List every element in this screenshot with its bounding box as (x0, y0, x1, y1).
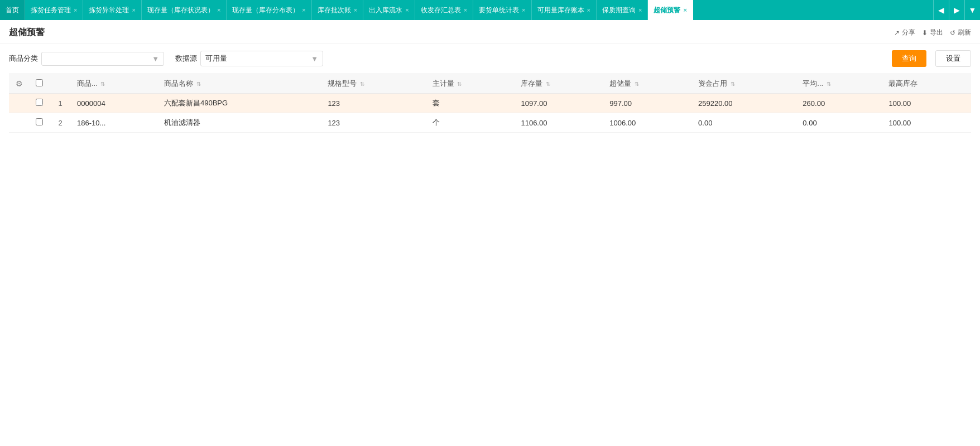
close-icon-receive-summary[interactable]: × (464, 7, 467, 13)
category-filter: 商品分类 ▼ (9, 52, 164, 66)
row-product-name-1: 机油滤清器 (158, 113, 322, 133)
share-icon: ↗ (894, 29, 900, 37)
row-gear-0 (9, 94, 29, 113)
row-capital-0: 259220.00 (693, 94, 797, 113)
nav-label-available-ledger: 可用量库存账本 (537, 6, 584, 15)
nav-item-order-stats[interactable]: 要货单统计表 × (473, 0, 531, 20)
refresh-label: 刷新 (958, 28, 971, 37)
col-checkbox-header (29, 74, 49, 94)
nav-item-inventory-dist[interactable]: 现存量（库存分布表） × (227, 0, 311, 20)
sort-icon-capital: ⇅ (731, 81, 735, 87)
nav-item-abnormal[interactable]: 拣货异常处理 × (83, 0, 141, 20)
nav-item-available-ledger[interactable]: 可用量库存账本 × (532, 0, 597, 20)
table-header-row: ⚙ 商品... ⇅ 商品名称 ⇅ 规格型号 (9, 74, 971, 94)
nav-menu-arrow[interactable]: ▼ (964, 0, 980, 20)
query-button[interactable]: 查询 (892, 50, 926, 67)
row-max-stock-1: 100.00 (883, 113, 971, 133)
datasource-select[interactable]: 可用量 ▼ (200, 51, 323, 66)
sort-icon-unit: ⇅ (457, 81, 462, 87)
export-label: 导出 (930, 28, 943, 37)
close-icon-inventory-status[interactable]: × (217, 7, 220, 13)
table-row: 1 0000004 六配套新昌490BPG 123 套 1097.00 997.… (9, 94, 971, 113)
nav-label-inventory-status: 现存量（库存状况表） (147, 6, 214, 15)
close-icon-order-stats[interactable]: × (522, 7, 525, 13)
filter-area: 商品分类 ▼ 数据源 可用量 ▼ 查询 设置 (0, 43, 980, 74)
row-num-0: 1 (49, 94, 71, 113)
row-inventory-1: 1106.00 (515, 113, 604, 133)
nav-left-arrow[interactable]: ◀ (933, 0, 949, 20)
select-all-checkbox[interactable] (36, 79, 43, 86)
nav-item-overstock-warning[interactable]: 超储预警 × (648, 0, 693, 20)
row-checkbox-1[interactable] (36, 118, 43, 125)
nav-bar: 首页 拣货任务管理 × 拣货异常处理 × 现存量（库存状况表） × 现存量（库存… (0, 0, 980, 20)
col-product-name[interactable]: 商品名称 ⇅ (158, 74, 322, 94)
nav-item-home[interactable]: 首页 (0, 0, 25, 20)
col-gear: ⚙ (9, 74, 29, 94)
close-icon-inout-flow[interactable]: × (405, 7, 409, 13)
row-capital-1: 0.00 (693, 113, 797, 133)
col-unit[interactable]: 主计量 ⇅ (427, 74, 516, 94)
header-actions: ↗ 分享 ⬇ 导出 ↺ 刷新 (894, 28, 971, 37)
nav-item-inventory-status[interactable]: 现存量（库存状况表） × (142, 0, 227, 20)
close-icon-quality-check[interactable]: × (638, 7, 642, 13)
col-capital[interactable]: 资金占用 ⇅ (693, 74, 797, 94)
share-label: 分享 (902, 28, 915, 37)
row-product-name-0: 六配套新昌490BPG (158, 94, 322, 113)
nav-item-task-mgmt[interactable]: 拣货任务管理 × (25, 0, 83, 20)
export-icon: ⬇ (922, 29, 928, 37)
nav-label-order-stats: 要货单统计表 (479, 6, 519, 15)
share-button[interactable]: ↗ 分享 (894, 28, 915, 37)
col-spec[interactable]: 规格型号 ⇅ (322, 74, 426, 94)
row-avg-1: 0.00 (797, 113, 883, 133)
nav-item-inout-flow[interactable]: 出入库流水 × (363, 0, 415, 20)
nav-label-overstock-warning: 超储预警 (654, 6, 680, 15)
col-overstock[interactable]: 超储量 ⇅ (604, 74, 693, 94)
datasource-select-value: 可用量 (205, 54, 227, 64)
close-icon-available-ledger[interactable]: × (587, 7, 590, 13)
refresh-icon: ↺ (950, 29, 955, 37)
nav-label-receive-summary: 收发存汇总表 (421, 6, 461, 15)
sort-icon-overstock: ⇅ (635, 81, 639, 87)
export-button[interactable]: ⬇ 导出 (922, 28, 943, 37)
row-unit-1: 个 (427, 113, 516, 133)
col-product-code[interactable]: 商品... ⇅ (71, 74, 158, 94)
nav-label-inout-flow: 出入库流水 (369, 6, 402, 15)
row-gear-1 (9, 113, 29, 133)
row-max-stock-0: 100.00 (883, 94, 971, 113)
nav-label-batch-account: 库存批次账 (318, 6, 351, 15)
data-table: ⚙ 商品... ⇅ 商品名称 ⇅ 规格型号 (9, 74, 971, 133)
datasource-label: 数据源 (175, 54, 197, 64)
page-header: 超储预警 ↗ 分享 ⬇ 导出 ↺ 刷新 (0, 20, 980, 43)
nav-label-inventory-dist: 现存量（库存分布表） (232, 6, 299, 15)
nav-item-receive-summary[interactable]: 收发存汇总表 × (415, 0, 473, 20)
settings-button[interactable]: 设置 (935, 50, 971, 67)
category-chevron-icon: ▼ (152, 55, 159, 63)
sort-icon-product-name: ⇅ (196, 81, 201, 87)
sort-icon-avg: ⇅ (827, 81, 831, 87)
row-checkbox-0[interactable] (36, 99, 43, 106)
nav-item-batch-account[interactable]: 库存批次账 × (312, 0, 363, 20)
sort-icon-inventory: ⇅ (546, 81, 550, 87)
row-inventory-0: 1097.00 (515, 94, 604, 113)
nav-right-arrow[interactable]: ▶ (949, 0, 964, 20)
close-icon-abnormal[interactable]: × (132, 7, 135, 13)
col-inventory[interactable]: 库存量 ⇅ (515, 74, 604, 94)
row-num-1: 2 (49, 113, 71, 133)
category-select[interactable]: ▼ (41, 52, 164, 66)
close-icon-task-mgmt[interactable]: × (74, 7, 77, 13)
row-product-code-0: 0000004 (71, 94, 158, 113)
close-icon-inventory-dist[interactable]: × (302, 7, 305, 13)
refresh-button[interactable]: ↺ 刷新 (950, 28, 971, 37)
gear-icon[interactable]: ⚙ (16, 79, 23, 88)
nav-label-abnormal: 拣货异常处理 (89, 6, 129, 15)
nav-item-quality-check[interactable]: 保质期查询 × (597, 0, 648, 20)
row-product-code-1: 186-10... (71, 113, 158, 133)
col-avg[interactable]: 平均... ⇅ (797, 74, 883, 94)
close-icon-batch-account[interactable]: × (354, 7, 357, 13)
close-icon-overstock-warning[interactable]: × (683, 7, 686, 13)
table-body: 1 0000004 六配套新昌490BPG 123 套 1097.00 997.… (9, 94, 971, 133)
page-title: 超储预警 (9, 27, 45, 38)
row-checkbox-cell-0 (29, 94, 49, 113)
col-max-stock[interactable]: 最高库存 (883, 74, 971, 94)
row-overstock-1: 1006.00 (604, 113, 693, 133)
